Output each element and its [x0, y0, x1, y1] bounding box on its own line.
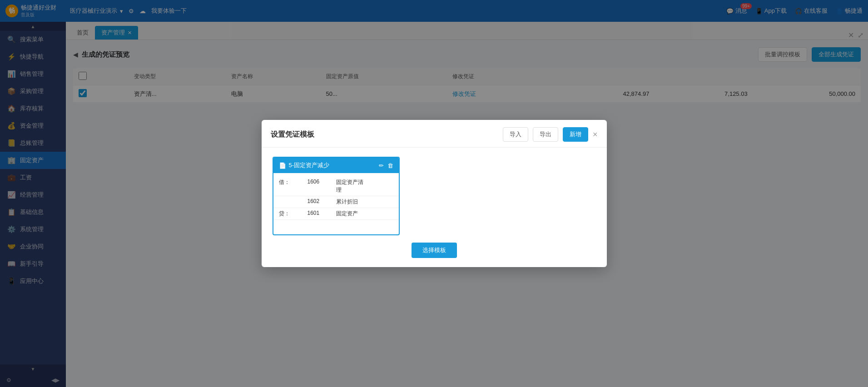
entry1-account: 固定资产清理	[336, 179, 365, 194]
modal-new-btn[interactable]: 新增	[563, 127, 588, 142]
entry3-col4	[365, 210, 393, 218]
modal-dialog: 设置凭证模板 导入 导出 新增 × 📄 5-固定资产减少 ✏ 🗑	[262, 120, 607, 267]
modal-export-btn[interactable]: 导出	[533, 127, 558, 142]
choose-template-btn[interactable]: 选择模板	[412, 243, 457, 258]
modal-body: 📄 5-固定资产减少 ✏ 🗑 借： 1606 固定资产清理	[262, 148, 607, 267]
entry1-col4	[365, 179, 393, 194]
template-card-header-left: 📄 5-固定资产减少	[279, 161, 330, 169]
template-edit-icon[interactable]: ✏	[379, 162, 384, 169]
modal-toolbar: 导入 导出 新增 ×	[503, 127, 598, 142]
template-name: 5-固定资产减少	[289, 161, 330, 169]
entry3-account: 固定资产	[336, 210, 365, 218]
modal-header: 设置凭证模板 导入 导出 新增 ×	[262, 120, 607, 148]
template-entry-2: 1602 累计折旧	[273, 196, 399, 208]
entry1-code: 1606	[308, 179, 336, 194]
template-delete-icon[interactable]: 🗑	[387, 162, 393, 169]
modal-overlay[interactable]: 设置凭证模板 导入 导出 新增 × 📄 5-固定资产减少 ✏ 🗑	[0, 0, 868, 387]
template-entry-3: 贷： 1601 固定资产	[273, 208, 399, 220]
entry2-account: 累计折旧	[336, 198, 365, 206]
modal-title: 设置凭证模板	[271, 130, 314, 139]
entry2-col4	[365, 198, 393, 206]
template-card-actions: ✏ 🗑	[379, 162, 393, 169]
entry1-direction: 借：	[279, 179, 308, 194]
modal-close-btn[interactable]: ×	[593, 130, 598, 139]
entry2-direction	[279, 198, 308, 206]
entry3-direction: 贷：	[279, 210, 308, 218]
entry3-code: 1601	[308, 210, 336, 218]
template-card: 📄 5-固定资产减少 ✏ 🗑 借： 1606 固定资产清理	[273, 157, 400, 235]
template-doc-icon: 📄	[279, 162, 286, 169]
template-card-body: 借： 1606 固定资产清理 1602 累计折旧 贷： 1601	[273, 173, 399, 234]
template-entry-4	[273, 220, 399, 231]
template-entry-1: 借： 1606 固定资产清理	[273, 177, 399, 196]
template-card-header: 📄 5-固定资产减少 ✏ 🗑	[273, 158, 399, 173]
entry2-code: 1602	[308, 198, 336, 206]
modal-import-btn[interactable]: 导入	[503, 127, 528, 142]
